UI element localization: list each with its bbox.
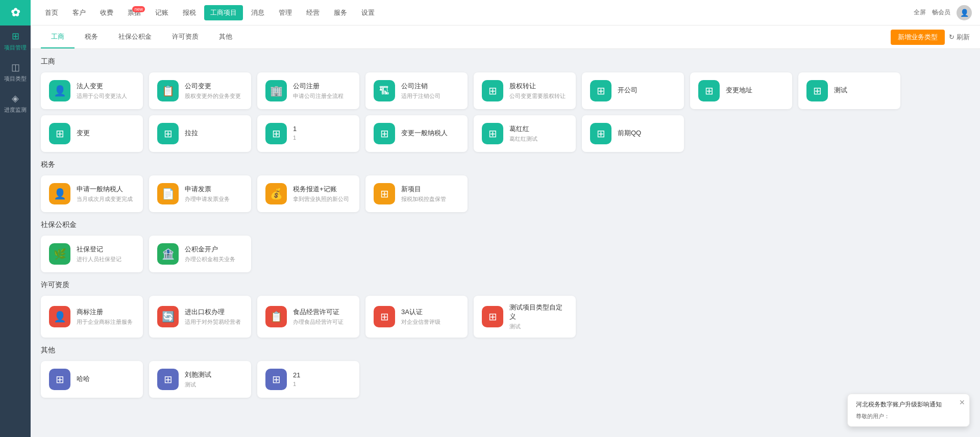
nav-service[interactable]: 服务	[328, 5, 353, 20]
subtab-industry[interactable]: 工商	[41, 26, 75, 48]
invoice-badge: new	[132, 6, 145, 12]
card-title-lala: 拉拉	[185, 128, 243, 138]
member-btn[interactable]: 畅会员	[932, 8, 950, 17]
nav-customer[interactable]: 客户	[66, 5, 92, 20]
card-open-company[interactable]: ⊞ 开公司	[582, 72, 684, 109]
card-company-change[interactable]: 📋 公司变更 股权变更外的业务变更	[149, 72, 251, 109]
notification-close-btn[interactable]: ✕	[959, 398, 965, 406]
cards-grid-social: 🌿 社保登记 进行人员社保登记 🏦 公积金开户 办理公积金相关业务	[41, 236, 970, 272]
card-desc-test-type: 测试	[509, 323, 568, 330]
card-desc-twenty-one: 1	[293, 380, 351, 388]
card-food-license[interactable]: 📋 食品经营许可证 办理食品经营许可证	[257, 296, 359, 338]
notification-popup: ✕ 河北税务数字账户升级影响通知 尊敬的用户：	[847, 394, 970, 427]
card-test[interactable]: ⊞ 测试	[798, 72, 900, 109]
main-area: 首页 客户 收费 票据 new 记账 报税 工商项目 消息 管理 经营 服务 设…	[31, 0, 980, 437]
card-equity-transfer[interactable]: ⊞ 股权转让 公司变更需要股权转让	[474, 72, 576, 109]
card-fund-open[interactable]: 🏦 公积金开户 办理公积金相关业务	[149, 236, 251, 272]
nav-billing[interactable]: 收费	[94, 5, 119, 20]
card-title-test: 测试	[834, 86, 892, 95]
subtab-license[interactable]: 许可资质	[162, 26, 209, 48]
project-type-icon: ◫	[11, 62, 20, 73]
card-front-qq[interactable]: ⊞ 前期QQ	[582, 115, 684, 152]
nav-management[interactable]: 管理	[273, 5, 298, 20]
card-one[interactable]: ⊞ 1 1	[257, 115, 359, 152]
card-tax-report[interactable]: 💰 税务报道+记账 拿到营业执照的新公司	[257, 175, 359, 212]
card-new-project[interactable]: ⊞ 新项目 报税加税控盘保管	[365, 175, 468, 212]
card-title-legal-change: 法人变更	[77, 82, 135, 91]
card-trademark[interactable]: 👤 商标注册 用于企业商标注册服务	[41, 296, 143, 338]
card-desc-legal-change: 适用于公司变更法人	[77, 92, 135, 100]
card-desc-trademark: 用于企业商标注册服务	[77, 318, 135, 326]
card-desc-equity-transfer: 公司变更需要股权转让	[509, 92, 568, 100]
section-title-license: 许可资质	[41, 280, 970, 290]
card-apply-taxpayer[interactable]: 👤 申请一般纳税人 当月或次月成变更完成	[41, 175, 143, 212]
notification-text: 尊敬的用户：	[856, 412, 961, 421]
sidebar-item-project-type[interactable]: ◫ 项目类型	[0, 57, 31, 88]
card-change-address[interactable]: ⊞ 变更地址	[690, 72, 792, 109]
card-icon-test: ⊞	[806, 80, 828, 101]
notification-title: 河北税务数字账户升级影响通知	[856, 400, 961, 409]
card-desc-3a-cert: 对企业信誉评级	[401, 318, 459, 326]
card-icon-liupao-test: ⊞	[157, 369, 179, 390]
nav-tax[interactable]: 报税	[177, 5, 202, 20]
card-icon-food-license: 📋	[265, 306, 287, 327]
nav-settings[interactable]: 设置	[355, 5, 381, 20]
logo: ✿	[0, 0, 31, 25]
fullscreen-btn[interactable]: 全屏	[914, 8, 926, 17]
card-legal-change[interactable]: 👤 法人变更 适用于公司变更法人	[41, 72, 143, 109]
sub-tabs: 工商 税务 社保公积金 许可资质 其他 新增业务类型 ↻ 刷新	[31, 25, 980, 49]
card-import-export[interactable]: 🔄 进出口权办理 适用于对外贸易经营者	[149, 296, 251, 338]
content: 工商 税务 社保公积金 许可资质 其他 新增业务类型 ↻ 刷新 工商 👤	[31, 25, 980, 437]
card-title-new-project: 新项目	[401, 185, 459, 194]
card-title-twenty-one: 21	[293, 371, 351, 379]
new-type-button[interactable]: 新增业务类型	[891, 30, 945, 45]
nav-accounting[interactable]: 记账	[149, 5, 175, 20]
avatar[interactable]: 👤	[957, 5, 972, 20]
subtab-other[interactable]: 其他	[209, 26, 242, 48]
card-ge-honghong[interactable]: ⊞ 葛红红 葛红红测试	[474, 115, 576, 152]
progress-icon: ◈	[12, 93, 19, 104]
card-icon-one: ⊞	[265, 123, 287, 144]
card-apply-invoice[interactable]: 📄 申请发票 办理申请发票业务	[149, 175, 251, 212]
card-lala[interactable]: ⊞ 拉拉	[149, 115, 251, 152]
nav-home[interactable]: 首页	[39, 5, 64, 20]
card-title-front-qq: 前期QQ	[618, 128, 676, 138]
nav-industry[interactable]: 工商项目	[204, 5, 243, 20]
card-icon-change: ⊞	[49, 123, 70, 144]
card-twenty-one[interactable]: ⊞ 21 1	[257, 361, 359, 398]
card-change[interactable]: ⊞ 变更	[41, 115, 143, 152]
card-company-cancel[interactable]: 🏗 公司注销 适用于注销公司	[365, 72, 468, 109]
card-desc-food-license: 办理食品经营许可证	[293, 318, 351, 326]
card-3a-cert[interactable]: ⊞ 3A认证 对企业信誉评级	[365, 296, 468, 338]
card-icon-fund-open: 🏦	[157, 243, 179, 265]
card-title-company-register: 公司注册	[293, 82, 351, 91]
nav-operation[interactable]: 经营	[300, 5, 326, 20]
card-liupao-test[interactable]: ⊞ 刘胞测试 测试	[149, 361, 251, 398]
card-change-taxpayer[interactable]: ⊞ 变更一般纳税人	[365, 115, 468, 152]
card-icon-open-company: ⊞	[590, 80, 611, 101]
card-title-apply-invoice: 申请发票	[185, 185, 243, 194]
card-icon-tax-report: 💰	[265, 183, 287, 204]
card-title-fund-open: 公积金开户	[185, 245, 243, 254]
card-icon-twenty-one: ⊞	[265, 369, 287, 390]
card-company-register[interactable]: 🏢 公司注册 申请公司注册全流程	[257, 72, 359, 109]
card-desc-ge-honghong: 葛红红测试	[509, 135, 568, 143]
sidebar-item-project-mgmt[interactable]: ⊞ 项目管理	[0, 25, 31, 57]
refresh-button[interactable]: ↻ 刷新	[949, 33, 970, 42]
card-title-change: 变更	[77, 128, 135, 138]
card-title-food-license: 食品经营许可证	[293, 307, 351, 317]
card-social-register[interactable]: 🌿 社保登记 进行人员社保登记	[41, 236, 143, 272]
main-scroll: 工商 👤 法人变更 适用于公司变更法人 📋 公司变更 股权变更外的业务变更	[31, 49, 980, 437]
nav-message[interactable]: 消息	[245, 5, 271, 20]
card-icon-company-change: 📋	[157, 80, 179, 101]
card-title-3a-cert: 3A认证	[401, 307, 459, 317]
nav-invoice[interactable]: 票据 new	[121, 5, 147, 20]
subtab-tax[interactable]: 税务	[75, 26, 108, 48]
card-icon-company-cancel: 🏗	[374, 80, 395, 101]
card-title-liupao-test: 刘胞测试	[185, 370, 243, 379]
subtab-social[interactable]: 社保公积金	[108, 26, 162, 48]
sidebar-item-progress[interactable]: ◈ 进度监测	[0, 88, 31, 119]
card-haha[interactable]: ⊞ 哈哈	[41, 361, 143, 398]
card-test-type[interactable]: ⊞ 测试项目类型自定义 测试	[474, 296, 576, 338]
topnav: 首页 客户 收费 票据 new 记账 报税 工商项目 消息 管理 经营 服务 设…	[31, 0, 980, 25]
